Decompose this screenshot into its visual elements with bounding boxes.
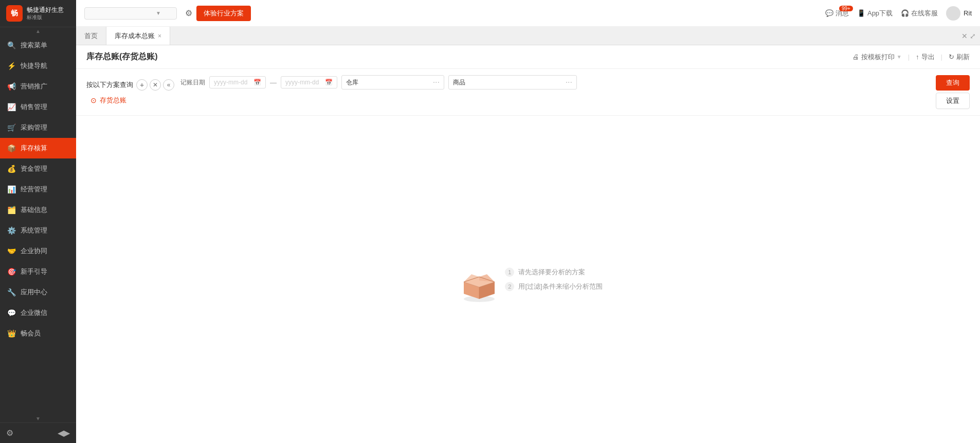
sidebar-item-operations[interactable]: 📊 经营管理: [0, 179, 76, 200]
date-end-input[interactable]: yyyy-mm-dd 📅: [281, 76, 337, 88]
header-left: ▼ ⚙ 体验行业方案: [84, 6, 825, 21]
tab-close-all-icon[interactable]: ✕: [961, 32, 968, 40]
product-more-icon[interactable]: ···: [566, 78, 572, 87]
user-profile-btn[interactable]: Rit: [946, 6, 972, 21]
basic-icon: 🗂️: [6, 205, 16, 215]
sidebar-item-sales[interactable]: 📈 销售管理: [0, 97, 76, 117]
page-actions: 🖨 按模板打印 ▼ | ↑ 导出 | ↻ 刷新: [852, 52, 970, 62]
refresh-label: 刷新: [956, 52, 970, 62]
query-settings-col: 查询 设置: [936, 75, 970, 109]
sidebar-nav: ⚡ 快捷导航 📢 营销推广 📈 销售管理 🛒 采购管理 📦 库存核算 💰 资金管…: [0, 56, 76, 415]
settings-footer-icon[interactable]: ⚙: [6, 428, 13, 438]
header-search-bar[interactable]: ▼: [84, 7, 177, 20]
cooperation-icon: 🤝: [6, 246, 16, 256]
date-field-label: 记账日期: [180, 78, 205, 87]
remove-scheme-btn[interactable]: ✕: [150, 79, 161, 91]
message-btn[interactable]: 💬 消息 99+: [825, 9, 849, 18]
sidebar-item-quick-nav[interactable]: ⚡ 快捷导航: [0, 56, 76, 76]
filter-section-label: 按以下方案查询: [86, 76, 133, 90]
export-label: 导出: [921, 52, 935, 62]
scheme-item-inventory-ledger[interactable]: ⊙ 存货总账: [86, 94, 174, 107]
message-badge: 99+: [839, 6, 853, 11]
collapse-filter-btn[interactable]: «: [163, 79, 174, 91]
filter-fields-row: 记账日期 yyyy-mm-dd 📅 — yyyy-mm-dd 📅 仓库 ···: [180, 75, 930, 90]
tab-close-icon[interactable]: ×: [158, 32, 161, 40]
sidebar-item-apps[interactable]: 🔧 应用中心: [0, 282, 76, 303]
sidebar-item-vip[interactable]: 👑 畅会员: [0, 323, 76, 344]
date-end-placeholder: yyyy-mm-dd: [285, 79, 319, 86]
apps-icon: 🔧: [6, 287, 16, 297]
header-search-input[interactable]: [89, 10, 156, 17]
tip-item-1: 1 请先选择要分析的方案: [505, 268, 602, 277]
calendar-start-icon[interactable]: 📅: [253, 79, 261, 86]
industry-btn[interactable]: 体验行业方案: [196, 6, 251, 21]
print-icon: 🖨: [852, 53, 859, 61]
sidebar-item-finance[interactable]: 💰 资金管理: [0, 158, 76, 179]
sidebar-item-system[interactable]: ⚙️ 系统管理: [0, 220, 76, 241]
header-gear-icon[interactable]: ⚙: [185, 8, 192, 18]
app-logo-icon: 畅: [6, 5, 23, 22]
warehouse-select[interactable]: 仓库 ···: [341, 75, 444, 90]
guide-icon: 🎯: [6, 267, 16, 277]
user-name: Rit: [964, 9, 972, 17]
tip-text-1: 请先选择要分析的方案: [518, 268, 585, 277]
vip-icon: 👑: [6, 328, 16, 339]
tab-inventory-label: 库存成本总账: [115, 31, 155, 41]
sidebar-item-wechat[interactable]: 💬 企业微信: [0, 303, 76, 323]
product-select[interactable]: 商品 ···: [448, 75, 577, 90]
filter-fields-col: 记账日期 yyyy-mm-dd 📅 — yyyy-mm-dd 📅 仓库 ···: [180, 75, 930, 90]
sidebar-item-marketing[interactable]: 📢 营销推广: [0, 76, 76, 97]
finance-icon: 💰: [6, 164, 16, 174]
page-title: 库存总账(存货总账): [86, 51, 158, 62]
sidebar-scroll-down[interactable]: ▼: [0, 415, 76, 422]
app-download-label: App下载: [867, 9, 893, 18]
export-btn[interactable]: ↑ 导出: [916, 52, 935, 62]
quick-nav-icon: ⚡: [6, 61, 16, 71]
date-start-input[interactable]: yyyy-mm-dd 📅: [209, 76, 266, 88]
tab-expand-icon[interactable]: ⤢: [970, 32, 976, 40]
tip-num-1: 1: [505, 268, 514, 277]
page-content: 库存总账(存货总账) 🖨 按模板打印 ▼ | ↑ 导出 | ↻ 刷新: [76, 45, 980, 443]
query-button[interactable]: 查询: [936, 75, 970, 91]
filter-add-buttons: + ✕ «: [136, 75, 174, 91]
print-dropdown-icon[interactable]: ▼: [897, 54, 902, 60]
date-separator: —: [270, 79, 277, 86]
tip-item-2: 2 用[过滤]条件来缩小分析范围: [505, 282, 602, 291]
settings-button[interactable]: 设置: [936, 93, 970, 109]
sidebar-scroll-up[interactable]: ▲: [0, 27, 76, 35]
sidebar-item-guide[interactable]: 🎯 新手引导: [0, 261, 76, 282]
marketing-icon: 📢: [6, 81, 16, 92]
header-search-dropdown-icon[interactable]: ▼: [156, 10, 161, 16]
tab-bar: 首页 库存成本总账 × ✕ ⤢: [76, 27, 980, 45]
add-scheme-btn[interactable]: +: [136, 79, 148, 91]
sidebar-item-search[interactable]: 🔍 搜索菜单: [0, 35, 76, 56]
user-avatar: [946, 6, 960, 21]
online-support-btn[interactable]: 🎧 在线客服: [901, 9, 938, 18]
tip-num-2: 2: [505, 282, 514, 291]
sales-icon: 📈: [6, 102, 16, 112]
tab-home[interactable]: 首页: [76, 27, 106, 45]
sidebar-footer: ⚙ ◀▶: [0, 422, 76, 443]
print-btn[interactable]: 🖨 按模板打印 ▼: [852, 52, 902, 62]
warehouse-label: 仓库: [346, 78, 358, 87]
sidebar-item-cooperation[interactable]: 🤝 企业协同: [0, 241, 76, 261]
tip-text-2: 用[过滤]条件来缩小分析范围: [518, 282, 602, 291]
tab-home-label: 首页: [84, 31, 98, 41]
calendar-end-icon[interactable]: 📅: [325, 79, 333, 86]
warehouse-more-icon[interactable]: ···: [433, 78, 440, 87]
empty-state: 1 请先选择要分析的方案 2 用[过滤]条件来缩小分析范围: [76, 116, 980, 443]
tab-inventory-ledger[interactable]: 库存成本总账 ×: [106, 27, 170, 45]
sidebar-item-inventory[interactable]: 📦 库存核算: [0, 138, 76, 158]
filter-label-row: 按以下方案查询 + ✕ «: [86, 75, 174, 91]
collapse-sidebar-icon[interactable]: ◀▶: [58, 428, 70, 438]
refresh-btn[interactable]: ↻ 刷新: [949, 52, 970, 62]
refresh-icon: ↻: [949, 53, 954, 61]
filter-scheme-col: 按以下方案查询 + ✕ « ⊙ 存货总账: [86, 75, 174, 107]
product-label: 商品: [453, 78, 465, 87]
sidebar-item-purchase[interactable]: 🛒 采购管理: [0, 117, 76, 138]
sidebar-item-basic[interactable]: 🗂️ 基础信息: [0, 200, 76, 220]
support-icon: 🎧: [901, 9, 909, 17]
date-start-placeholder: yyyy-mm-dd: [214, 79, 247, 86]
scheme-item-label: 存货总账: [100, 96, 126, 105]
app-download-btn[interactable]: 📱 App下载: [857, 9, 893, 18]
